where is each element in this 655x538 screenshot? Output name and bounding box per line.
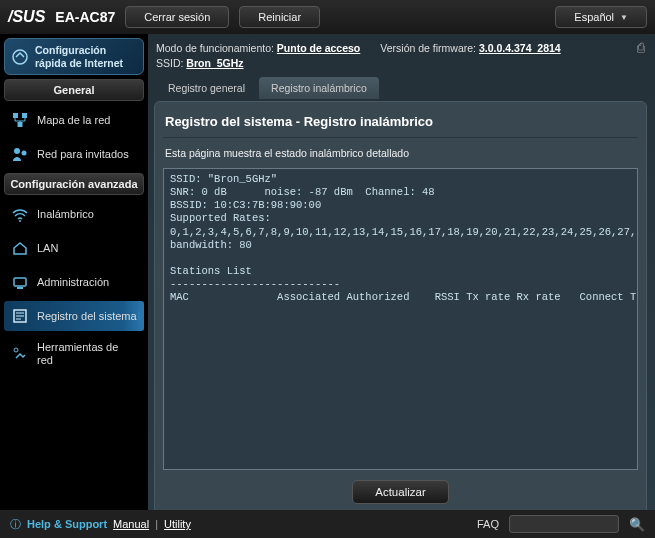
tab-wireless-log[interactable]: Registro inalámbrico	[259, 77, 379, 99]
ssid-label: SSID:	[156, 57, 183, 69]
network-tools-icon	[11, 345, 29, 363]
section-header-advanced: Configuración avanzada	[4, 173, 144, 195]
info-row-ssid: SSID: Bron_5GHz	[152, 57, 649, 75]
svg-rect-7	[14, 278, 26, 286]
print-icon[interactable]: ⎙	[637, 40, 645, 55]
wireless-icon	[11, 205, 29, 223]
manual-link[interactable]: Manual	[113, 518, 149, 530]
model-name: EA-AC87	[55, 9, 115, 25]
svg-rect-2	[22, 113, 27, 118]
fw-label: Versión de firmware:	[380, 42, 476, 54]
faq-link[interactable]: FAQ	[477, 518, 499, 530]
brand-logo: /SUS	[8, 8, 45, 26]
footer: ⓘ Help & Support Manual | Utility FAQ 🔍	[0, 510, 655, 538]
svg-rect-1	[13, 113, 18, 118]
sidebar-item-label: Herramientas de red	[37, 341, 137, 366]
sidebar-item-guest-network[interactable]: Red para invitados	[4, 139, 144, 169]
quick-setup-label: Configuración rápida de Internet	[35, 44, 137, 69]
sidebar-item-system-log[interactable]: Registro del sistema	[4, 301, 144, 331]
main-content: Modo de funcionamiento: Punto de acceso …	[148, 34, 655, 510]
header-bar: /SUS EA-AC87 Cerrar sesión Reiniciar Esp…	[0, 0, 655, 34]
ssid-value: Bron_5GHz	[186, 57, 243, 69]
panel-title: Registro del sistema - Registro inalámbr…	[163, 110, 638, 138]
svg-rect-8	[17, 287, 23, 289]
quick-internet-setup-button[interactable]: Configuración rápida de Internet	[4, 38, 144, 75]
language-selector[interactable]: Español ▼	[555, 6, 647, 28]
reboot-button[interactable]: Reiniciar	[239, 6, 320, 28]
info-row: Modo de funcionamiento: Punto de acceso …	[152, 34, 649, 57]
sidebar-item-label: Inalámbrico	[37, 208, 94, 221]
panel-description: Esta página muestra el estado inalámbric…	[163, 138, 638, 168]
logout-button[interactable]: Cerrar sesión	[125, 6, 229, 28]
footer-search-input[interactable]	[509, 515, 619, 533]
sidebar-item-network-map[interactable]: Mapa de la red	[4, 105, 144, 135]
sidebar-item-label: Registro del sistema	[37, 310, 137, 323]
sidebar-item-network-tools[interactable]: Herramientas de red	[4, 335, 144, 372]
mode-label: Modo de funcionamiento:	[156, 42, 274, 54]
section-header-general: General	[4, 79, 144, 101]
sidebar: Configuración rápida de Internet General…	[0, 34, 148, 510]
sidebar-item-lan[interactable]: LAN	[4, 233, 144, 263]
svg-point-10	[14, 348, 18, 352]
svg-point-4	[14, 148, 20, 154]
sidebar-item-wireless[interactable]: Inalámbrico	[4, 199, 144, 229]
svg-point-6	[19, 220, 21, 222]
info-icon: ⓘ	[10, 517, 21, 532]
log-panel: Registro del sistema - Registro inalámbr…	[154, 101, 647, 510]
guest-network-icon	[11, 145, 29, 163]
sidebar-item-label: LAN	[37, 242, 58, 255]
mode-value[interactable]: Punto de acceso	[277, 42, 360, 54]
lan-icon	[11, 239, 29, 257]
utility-link[interactable]: Utility	[164, 518, 191, 530]
tabs: Registro general Registro inalámbrico	[156, 77, 649, 99]
system-log-icon	[11, 307, 29, 325]
tab-general-log[interactable]: Registro general	[156, 77, 257, 99]
wizard-icon	[11, 48, 29, 66]
svg-point-5	[22, 151, 27, 156]
chevron-down-icon: ▼	[620, 13, 628, 22]
refresh-button[interactable]: Actualizar	[352, 480, 449, 504]
fw-value[interactable]: 3.0.0.4.374_2814	[479, 42, 561, 54]
network-map-icon	[11, 111, 29, 129]
sidebar-item-label: Administración	[37, 276, 109, 289]
sidebar-item-label: Red para invitados	[37, 148, 129, 161]
language-label: Español	[574, 11, 614, 23]
administration-icon	[11, 273, 29, 291]
wireless-log-textarea[interactable]	[163, 168, 638, 470]
help-support-label: Help & Support	[27, 518, 107, 530]
sidebar-item-label: Mapa de la red	[37, 114, 110, 127]
sidebar-item-administration[interactable]: Administración	[4, 267, 144, 297]
search-icon[interactable]: 🔍	[629, 517, 645, 532]
